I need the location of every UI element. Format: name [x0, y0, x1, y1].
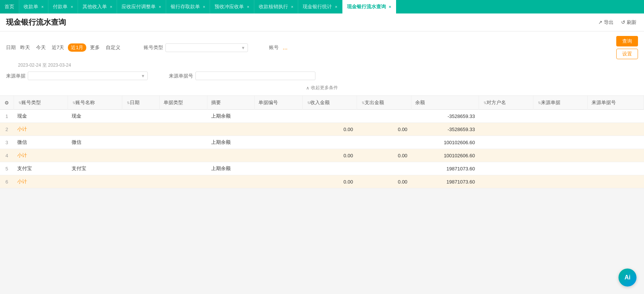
doc-type-cell [159, 136, 207, 149]
cash-stats-tab-close[interactable]: × [335, 4, 337, 9]
export-button[interactable]: ↗ 导出 [597, 18, 615, 27]
query-button[interactable]: 查询 [616, 36, 638, 46]
row-number: 6 [0, 175, 14, 188]
counterpart-cell [479, 123, 533, 136]
data-table: ⚙ ⇅账号类型 ⇅账号名称 ⇅日期 单据类型 摘要 单据编号 ⇅收入金额 [0, 96, 644, 188]
payment-tab-close[interactable]: × [71, 4, 73, 9]
col-income[interactable]: ⇅收入金额 [302, 96, 357, 110]
source-doc-cell [533, 136, 587, 149]
doc-type-cell [159, 110, 207, 123]
refresh-button[interactable]: ↺ 刷新 [620, 18, 638, 27]
col-account-type[interactable]: ⇅账号类型 [14, 96, 68, 110]
income-cell: 0.00 [302, 123, 357, 136]
nav-tab-payment[interactable]: 付款单 × [48, 0, 78, 13]
col-counterpart[interactable]: ⇅对方户名 [479, 96, 533, 110]
source-doc-cell [533, 123, 587, 136]
counterpart-cell [479, 175, 533, 188]
writeoff-tab-close[interactable]: × [291, 4, 293, 9]
doc-type-cell [159, 149, 207, 162]
receipt-tab-close[interactable]: × [41, 4, 44, 9]
table-row: 4小计0.000.00100102606.60 [0, 149, 644, 162]
income-cell [302, 136, 357, 149]
account-name-cell [68, 175, 122, 188]
income-cell: 0.00 [302, 175, 357, 188]
ar-ap-adjust-tab-close[interactable]: × [159, 4, 161, 9]
date-btn-today[interactable]: 今天 [34, 43, 48, 52]
date-btn-yesterday[interactable]: 昨天 [18, 43, 32, 52]
source-doc-select[interactable]: ▾ [28, 72, 148, 80]
doc-no-cell [255, 123, 303, 136]
source-doc-no-cell [587, 149, 644, 162]
date-cell [122, 175, 160, 188]
row-number: 3 [0, 136, 14, 149]
account-type-cell: 小计 [14, 149, 68, 162]
source-doc-no-cell [587, 175, 644, 188]
date-btn-7days[interactable]: 近7天 [50, 43, 66, 52]
summary-cell [207, 149, 255, 162]
col-account-name[interactable]: ⇅账号名称 [68, 96, 122, 110]
nav-tab-cash-flow[interactable]: 现金银行流水查询 × [342, 0, 396, 13]
table-row: 1现金现金上期余额-3528659.33 [0, 110, 644, 123]
other-income-tab-close[interactable]: × [110, 4, 112, 9]
col-expense[interactable]: ⇅支出金额 [357, 96, 411, 110]
col-account-type-sort-icon: ⇅ [18, 101, 21, 105]
date-btn-more[interactable]: 更多 [88, 43, 102, 52]
summary-cell: 上期余额 [207, 136, 255, 149]
settings-button[interactable]: 设置 [616, 49, 638, 59]
nav-tab-prepaid[interactable]: 预收冲应收单 × [210, 0, 254, 13]
date-btn-custom[interactable]: 自定义 [104, 43, 123, 52]
doc-type-cell [159, 123, 207, 136]
source-doc-cell [533, 175, 587, 188]
bank-deposit-tab-close[interactable]: × [203, 4, 205, 9]
col-source-doc[interactable]: ⇅来源单据 [533, 96, 587, 110]
nav-tab-receipt[interactable]: 收款单 × [19, 0, 48, 13]
account-name-cell [68, 123, 122, 136]
balance-cell: -3528659.33 [411, 110, 479, 123]
col-settings[interactable]: ⚙ [0, 96, 14, 110]
prepaid-tab-label: 预收冲应收单 [215, 3, 244, 10]
account-type-select[interactable]: ▾ [165, 43, 248, 52]
col-expense-sort-icon: ⇅ [362, 101, 365, 105]
row-number: 4 [0, 149, 14, 162]
cash-flow-tab-close[interactable]: × [389, 4, 391, 9]
collapse-bar[interactable]: ∧ 收起更多条件 [6, 83, 638, 93]
source-doc-no-input[interactable] [195, 72, 315, 80]
nav-tab-other-income[interactable]: 其他收入单 × [78, 0, 117, 13]
nav-tab-bank-deposit[interactable]: 银行存取款单 × [166, 0, 210, 13]
date-btn-1month[interactable]: 近1月 [68, 43, 86, 52]
col-source-doc-sort-icon: ⇅ [538, 101, 541, 105]
income-cell: 0.00 [302, 149, 357, 162]
balance-cell: 100102606.60 [411, 149, 479, 162]
summary-cell: 上期余额 [207, 110, 255, 123]
expense-cell [357, 136, 411, 149]
nav-tab-cash-stats[interactable]: 现金银行统计 × [298, 0, 342, 13]
nav-tab-home[interactable]: 首页 [0, 0, 19, 13]
collapse-up-icon: ∧ [306, 85, 309, 91]
balance-cell: 19871073.60 [411, 175, 479, 188]
nav-tab-ar-ap-adjust[interactable]: 应收应付调整单 × [117, 0, 166, 13]
expense-cell [357, 110, 411, 123]
prepaid-tab-close[interactable]: × [247, 4, 249, 9]
row-number: 2 [0, 123, 14, 136]
source-doc-no-cell [587, 110, 644, 123]
nav-tab-writeoff[interactable]: 收款核销执行 × [254, 0, 298, 13]
bank-deposit-tab-label: 银行存取款单 [171, 3, 200, 10]
col-date[interactable]: ⇅日期 [122, 96, 160, 110]
date-cell [122, 110, 160, 123]
summary-cell [207, 175, 255, 188]
ar-ap-adjust-tab-label: 应收应付调整单 [122, 3, 156, 10]
home-tab-label: 首页 [5, 3, 14, 10]
writeoff-tab-label: 收款核销执行 [259, 3, 288, 10]
table-row: 2小计0.000.00-3528659.33 [0, 123, 644, 136]
table-header-row: ⚙ ⇅账号类型 ⇅账号名称 ⇅日期 单据类型 摘要 单据编号 ⇅收入金额 [0, 96, 644, 110]
table-row: 5支付宝支付宝上期余额19871073.60 [0, 162, 644, 175]
payment-tab-label: 付款单 [53, 3, 68, 10]
account-dots-button[interactable]: ... [281, 44, 289, 51]
doc-no-cell [255, 149, 303, 162]
table-body: 1现金现金上期余额-3528659.332小计0.000.00-3528659.… [0, 110, 644, 188]
account-type-cell: 微信 [14, 136, 68, 149]
account-type-cell: 现金 [14, 110, 68, 123]
table-settings-icon[interactable]: ⚙ [5, 100, 9, 106]
col-doc-no: 单据编号 [255, 96, 303, 110]
filter-row-2: 来源单据 ▾ 来源单据号 [6, 72, 638, 80]
